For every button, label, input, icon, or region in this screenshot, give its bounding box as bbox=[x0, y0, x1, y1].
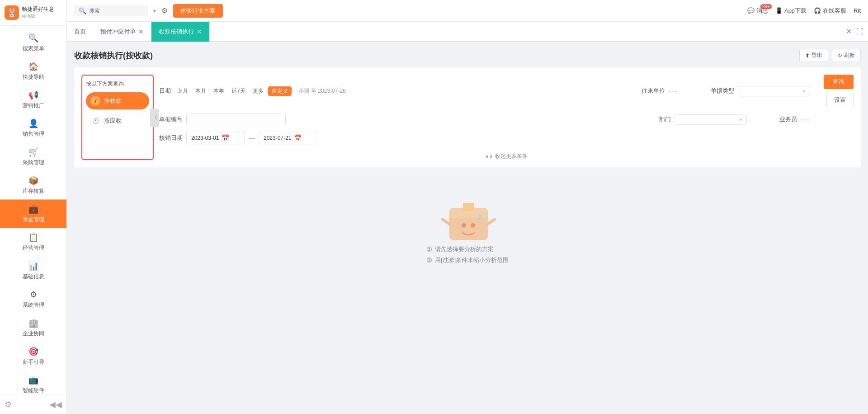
sidebar-item-system[interactable]: ⚙ 系统管理 bbox=[0, 285, 66, 314]
page-title-bar: 收款核销执行(按收款) ⬆ 导出 ↻ 刷新 bbox=[74, 49, 861, 62]
sidebar-item-inventory[interactable]: 📦 库存核算 bbox=[0, 171, 66, 200]
settings-btn[interactable]: 设置 bbox=[826, 93, 854, 107]
page-actions: ⬆ 导出 ↻ 刷新 bbox=[799, 49, 861, 62]
search-input[interactable] bbox=[89, 8, 143, 14]
sidebar-item-finance[interactable]: 💼 资金管理 bbox=[0, 200, 66, 228]
refresh-btn[interactable]: ↻ 刷新 bbox=[832, 49, 861, 62]
home-icon: 🏠 bbox=[28, 62, 38, 71]
partner-dots-btn[interactable]: ··· bbox=[669, 86, 678, 96]
collapse-label: 收起更多条件 bbox=[495, 152, 528, 160]
date-last-month-btn[interactable]: 上月 bbox=[175, 86, 191, 96]
verify-end-date[interactable]: 2023-07-21 📅 bbox=[259, 132, 317, 144]
tab-close-icon[interactable]: ✕ bbox=[138, 28, 144, 35]
staff-dots-btn[interactable]: ··· bbox=[801, 115, 810, 124]
filter-row-3: 核销日期 2023-03-01 📅 — 2023-07-21 📅 bbox=[159, 132, 854, 144]
tab-verify[interactable]: 收款核销执行 ✕ bbox=[151, 22, 210, 42]
search-icon: 🔍 bbox=[28, 33, 38, 43]
sidebar-item-basic[interactable]: 📊 基础信息 bbox=[0, 257, 66, 285]
header-right: 💬 消息 99+ 📱 App下载 🎧 在线客服 Rit bbox=[747, 7, 861, 15]
receivable-icon: 🕐 bbox=[90, 116, 100, 126]
filter-right-panel: 日期 上月 本月 本年 近7天 更多 自定义 不限 至 2023-07-26 bbox=[159, 75, 854, 160]
username-label[interactable]: Rit bbox=[854, 7, 861, 14]
filter-option-label: 按应收 bbox=[104, 117, 122, 125]
sales-icon: 👤 bbox=[28, 119, 38, 128]
sidebar-item-guide[interactable]: 🎯 新手引导 bbox=[0, 342, 66, 371]
sidebar-item-label: 采购管理 bbox=[23, 159, 44, 167]
app-download-btn[interactable]: 📱 App下载 bbox=[775, 7, 807, 15]
finance-icon: 💼 bbox=[28, 204, 38, 214]
sidebar: 🐰 畅捷通好生意 标准版 🔍 搜索菜单 🏠 快捷导航 📢 营销推广 👤 销售管理… bbox=[0, 0, 67, 414]
enterprise-icon: 🏢 bbox=[28, 318, 38, 328]
verify-start-date[interactable]: 2023-03-01 📅 bbox=[186, 132, 245, 144]
message-btn[interactable]: 💬 消息 99+ bbox=[747, 7, 768, 15]
service-label: 在线客服 bbox=[823, 7, 846, 15]
sidebar-item-label: 资金管理 bbox=[23, 216, 44, 224]
purchase-icon: 🛒 bbox=[28, 147, 38, 157]
collapse-icon: ∧∧ bbox=[485, 153, 493, 160]
filter-collapse-btn[interactable]: 《 bbox=[150, 109, 159, 127]
date-custom-btn[interactable]: 自定义 bbox=[268, 86, 292, 96]
sidebar-item-label: 快捷导航 bbox=[23, 73, 44, 81]
tab-close-icon[interactable]: ✕ bbox=[197, 28, 202, 35]
sidebar-item-search[interactable]: 🔍 搜索菜单 bbox=[0, 29, 66, 57]
empty-state: ① 请先选择要分析的方案 ② 用[过滤]条件来缩小分析范围 bbox=[74, 195, 861, 264]
empty-svg bbox=[440, 195, 499, 244]
app-name: 畅捷通好生意 bbox=[22, 6, 54, 13]
verify-end-value: 2023-07-21 bbox=[264, 135, 291, 141]
query-btn[interactable]: 查询 bbox=[824, 75, 854, 89]
chevron-down-icon[interactable]: ▾ bbox=[153, 8, 156, 14]
docno-label: 单据编号 bbox=[159, 115, 183, 124]
sidebar-item-enterprise[interactable]: 🏢 企业协同 bbox=[0, 314, 66, 342]
sidebar-item-label: 新手引导 bbox=[23, 358, 44, 366]
expand-tab-btn[interactable]: ⛶ bbox=[856, 28, 863, 36]
sidebar-bottom: ⚙ ◀◀ bbox=[0, 395, 66, 414]
sidebar-item-sales[interactable]: 👤 销售管理 bbox=[0, 114, 66, 143]
settings-icon[interactable]: ⚙ bbox=[5, 400, 12, 409]
marketing-icon: 📢 bbox=[28, 90, 38, 100]
export-icon: ⬆ bbox=[805, 52, 810, 59]
industry-btn[interactable]: 体验行业方案 bbox=[173, 4, 223, 18]
doctype-select[interactable]: ▾ bbox=[738, 86, 810, 96]
close-tab-btn[interactable]: ✕ bbox=[846, 27, 852, 36]
tabs-bar: 首页 预付冲应付单 ✕ 收款核销执行 ✕ ✕ ⛶ bbox=[67, 22, 868, 42]
collapse-more-btn[interactable]: ∧∧ 收起更多条件 bbox=[159, 152, 854, 160]
sidebar-item-marketing[interactable]: 📢 营销推广 bbox=[0, 86, 66, 114]
verify-date-label: 核销日期 bbox=[159, 134, 183, 142]
sidebar-item-label: 智能硬件 bbox=[23, 387, 44, 395]
hardware-icon: 📺 bbox=[28, 375, 38, 385]
sidebar-item-quick[interactable]: 🏠 快捷导航 bbox=[0, 57, 66, 86]
date-shortcuts: 上月 本月 本年 近7天 更多 自定义 bbox=[175, 86, 292, 96]
sidebar-item-purchase[interactable]: 🛒 采购管理 bbox=[0, 143, 66, 171]
export-btn[interactable]: ⬆ 导出 bbox=[799, 49, 828, 62]
dept-label: 部门 bbox=[659, 115, 671, 124]
staff-label: 业务员 bbox=[779, 115, 797, 124]
svg-rect-2 bbox=[463, 203, 474, 211]
sidebar-item-operations[interactable]: 📋 经营管理 bbox=[0, 228, 66, 257]
date-7days-btn[interactable]: 近7天 bbox=[229, 86, 248, 96]
filter-option-label: 按收款 bbox=[104, 97, 122, 105]
tab-home[interactable]: 首页 bbox=[67, 22, 93, 42]
empty-hint-1: ① 请先选择要分析的方案 bbox=[426, 245, 509, 253]
filter-option-by-receipt[interactable]: 💰 按收款 bbox=[86, 92, 149, 109]
tab-prepay[interactable]: 预付冲应付单 ✕ bbox=[93, 22, 151, 42]
filter-doctype-field: 单据类型 ▾ bbox=[711, 86, 810, 96]
gear-icon[interactable]: ⚙ bbox=[161, 6, 168, 15]
date-this-year-btn[interactable]: 本年 bbox=[211, 86, 227, 96]
filter-date-field: 日期 上月 本月 本年 近7天 更多 自定义 bbox=[159, 86, 292, 96]
doctype-label: 单据类型 bbox=[711, 87, 734, 95]
filter-row-2: 单据编号 部门 ▾ 业务员 ··· bbox=[159, 114, 854, 125]
filter-option-by-receivable[interactable]: 🕐 按应收 bbox=[86, 112, 149, 129]
message-icon: 💬 bbox=[747, 7, 755, 14]
header-search-box[interactable]: 🔍 bbox=[74, 5, 148, 16]
sidebar-item-label: 搜索菜单 bbox=[23, 45, 44, 52]
collapse-sidebar-icon[interactable]: ◀◀ bbox=[49, 400, 62, 409]
inventory-icon: 📦 bbox=[28, 176, 38, 186]
docno-input[interactable] bbox=[186, 114, 286, 125]
date-this-month-btn[interactable]: 本月 bbox=[193, 86, 209, 96]
sidebar-item-hardware[interactable]: 📺 智能硬件 bbox=[0, 371, 66, 395]
filter-row-1: 日期 上月 本月 本年 近7天 更多 自定义 不限 至 2023-07-26 bbox=[159, 75, 854, 107]
service-btn[interactable]: 🎧 在线客服 bbox=[814, 7, 846, 15]
svg-line-7 bbox=[488, 219, 495, 224]
dept-select[interactable]: ▾ bbox=[675, 114, 747, 125]
date-more-btn[interactable]: 更多 bbox=[250, 86, 266, 96]
